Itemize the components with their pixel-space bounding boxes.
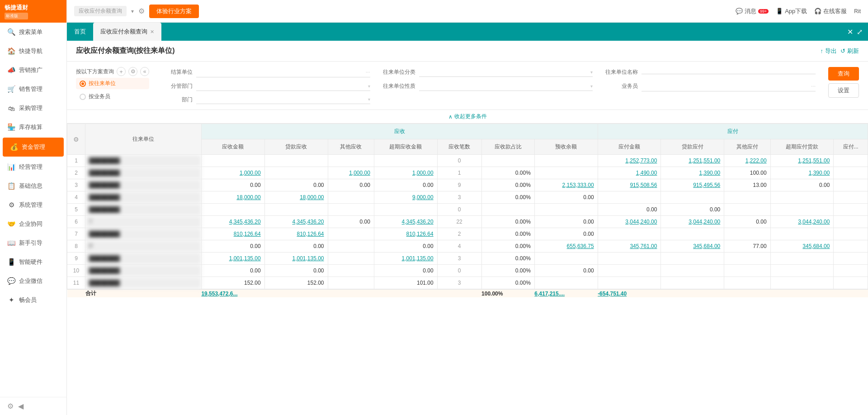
add-scheme-button[interactable]: + [117,67,126,76]
settings-button[interactable]: 设置 [828,83,859,98]
sidebar-settings-icon[interactable]: ⚙ [7,402,14,410]
sidebar-item-label: 智能硬件 [19,258,42,266]
topbar-user[interactable]: Rit [854,8,861,14]
industry-solution-button[interactable]: 体验行业方案 [149,5,199,18]
sidebar-item-search-menu[interactable]: 🔍 搜索菜单 [0,23,66,42]
dept-input[interactable]: ▾ [196,95,370,104]
row-ap_overdue[interactable]: 3,044,240.00 [770,216,834,228]
row-ar_loan[interactable]: 18,000.00 [264,191,328,204]
row-ar_amount[interactable]: 1,000.00 [201,167,264,179]
row-ap_overdue[interactable]: 1,390.00 [770,167,834,179]
row-ar_other: 0.00 [328,179,374,191]
sidebar-item-beginner[interactable]: 📖 新手引导 [0,234,66,253]
tab-expand-button[interactable]: ⤢ [857,28,863,36]
row-ar_amount[interactable]: 18,000.00 [201,191,264,204]
collapse-more-conditions[interactable]: ∧ 收起更多条件 [67,110,868,124]
topbar-message[interactable]: 💬 消息 99+ [736,7,769,15]
sidebar-item-vip[interactable]: ✦ 畅会员 [0,291,66,310]
row-ar_prepay[interactable]: 655,636.75 [534,240,598,253]
refresh-button[interactable]: ↺ 刷新 [840,47,859,55]
footer-ap-amount[interactable]: -654,751.40 [598,289,661,297]
collapse-scheme-button[interactable]: « [140,67,149,76]
row-ar_prepay[interactable]: 2,153,333.00 [534,179,598,191]
row-ar_overdue[interactable]: 810,126.64 [374,228,437,240]
row-ar_other: 0.00 [328,216,374,228]
sidebar-item-label: 新手引导 [19,239,42,247]
row-ar_overdue[interactable]: 4,345,436.20 [374,216,437,228]
row-ap_amount[interactable]: 3,044,240.00 [598,216,661,228]
row-ap_loan[interactable]: 1,251,551.00 [661,155,724,167]
row-ap_loan[interactable]: 1,390.00 [661,167,724,179]
sidebar-item-enterprise-wechat[interactable]: 💬 企业微信 [0,272,66,291]
row-ar_prepay [534,204,598,216]
row-ap_loan[interactable]: 915,495.56 [661,179,724,191]
sales-icon: 🛒 [7,85,15,93]
tab-close-icon[interactable]: ✕ [150,29,154,35]
tab-home[interactable]: 首页 [67,23,93,41]
sidebar-collapse-icon[interactable]: ◀ [18,402,24,410]
row-number: 1 [67,155,85,167]
row-ar_loan[interactable]: 810,126.64 [264,228,328,240]
sidebar-item-basic-info[interactable]: 📋 基础信息 [0,176,66,196]
tab-close-window-button[interactable]: ✕ [847,28,853,36]
row-ap_loan[interactable]: 345,684.00 [661,240,724,253]
row-ap_amount[interactable]: 1,252,773.00 [598,155,661,167]
row-ap_other: 13.00 [724,179,770,191]
customer-category-input[interactable]: ▾ [419,68,593,77]
row-ap_amount[interactable]: 1,490.00 [598,167,661,179]
sidebar-item-enterprise-collab[interactable]: 🤝 企业协同 [0,215,66,234]
footer-ar-amount[interactable]: 19,553,472,6... [201,289,264,297]
search-mode-by-salesman[interactable]: 按业务员 [76,91,149,102]
tab-ar-ap-query[interactable]: 应收应付余额查询 ✕ [93,23,161,41]
row-ar_amount[interactable]: 810,126.64 [201,228,264,240]
scheme-settings-button[interactable]: ⚙ [128,67,137,76]
row-ap_loan[interactable]: 3,044,240.00 [661,216,724,228]
row-ar_amount[interactable]: 1,001,135.00 [201,253,264,265]
export-button[interactable]: ↑ 导出 [821,47,837,55]
customer-nature-input[interactable]: ▾ [419,82,593,91]
row-ap_amount[interactable]: 915,508.56 [598,179,661,191]
row-ar_overdue[interactable]: 9,000.00 [374,191,437,204]
sidebar-item-system[interactable]: ⚙ 系统管理 [0,196,66,215]
topbar-online-service[interactable]: 🎧 在线客服 [814,7,847,15]
sidebar-item-marketing[interactable]: 📣 营销推广 [0,61,66,80]
row-ar_count: 2 [437,228,481,240]
search-field-customer-category: 往来单位分类 ▾ [379,67,593,77]
dept-manager-input[interactable]: ▾ [196,82,370,91]
topbar: 应收应付余额查询 ▾ ⚙ 体验行业方案 💬 消息 99+ 📱 App下载 🎧 在… [67,0,868,23]
row-ap_other[interactable]: 1,222.00 [724,155,770,167]
sidebar-item-quick-nav[interactable]: 🏠 快捷导航 [0,42,66,61]
footer-ap-loan [661,289,724,297]
sidebar-item-inventory[interactable]: 🏪 库存核算 [0,118,66,137]
row-ar_loan[interactable]: 1,001,135.00 [264,253,328,265]
row-ap_overdue[interactable]: 1,251,551.00 [770,155,834,167]
row-customer: ████████ [85,204,202,216]
row-ar_overdue[interactable]: 1,000.00 [374,167,437,179]
table-settings-icon[interactable]: ⚙ [73,136,79,143]
query-button[interactable]: 查询 [828,67,859,81]
th-settings[interactable]: ⚙ [67,124,85,155]
salesman-input[interactable]: ··· [642,81,816,91]
topbar-gear-icon[interactable]: ⚙ [138,7,145,15]
settlement-unit-input[interactable]: ··· [196,67,370,77]
search-mode-by-customer[interactable]: 按往来单位 [76,78,149,89]
row-ar_loan: 0.00 [264,179,328,191]
sidebar-item-sales[interactable]: 🛒 销售管理 [0,80,66,99]
row-ar_other [328,253,374,265]
sidebar-item-finance[interactable]: 💰 资金管理 [3,138,64,157]
row-ar_count: 4 [437,240,481,253]
row-ar_loan[interactable]: 4,345,436.20 [264,216,328,228]
footer-ar-prepay[interactable]: 6,417,215.... [534,289,598,297]
topbar-app-download[interactable]: 📱 App下载 [776,7,807,15]
sidebar-item-label: 畅会员 [19,296,37,304]
sidebar-item-smart-hardware[interactable]: 📱 智能硬件 [0,253,66,272]
sidebar-item-operations[interactable]: 📊 经营管理 [0,157,66,176]
customer-name-input[interactable] [642,70,816,74]
row-ap_amount[interactable]: 345,761.00 [598,240,661,253]
row-ar_other[interactable]: 1,000.00 [328,167,374,179]
row-ar_overdue[interactable]: 1,001,135.00 [374,253,437,265]
purchase-icon: 🛍 [7,105,15,112]
row-ar_amount[interactable]: 4,345,436.20 [201,216,264,228]
row-ap_overdue[interactable]: 345,684.00 [770,240,834,253]
sidebar-item-purchase[interactable]: 🛍 采购管理 [0,99,66,118]
